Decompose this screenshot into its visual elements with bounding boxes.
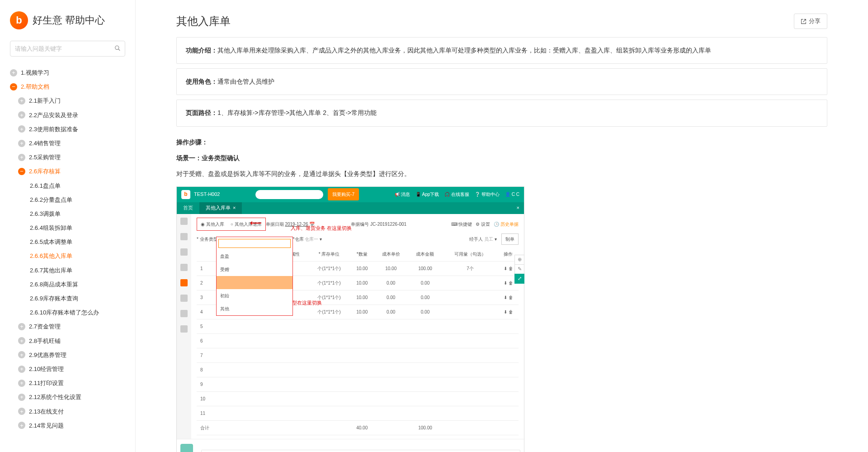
nav-2-11[interactable]: +2.11打印设置 [10, 376, 125, 390]
path-box: 页面路径：1、库存核算->库存管理->其他入库单 2、首页->常用功能 [176, 100, 827, 126]
nav-2-6-7[interactable]: 2.6.7其他出库单 [10, 263, 125, 277]
plus-icon: + [18, 111, 25, 119]
shot-toolbar: ⌨ 快捷键 ⚙ 设置 🕒 历史单据 [451, 219, 519, 229]
plus-icon: + [18, 337, 25, 344]
shot-service: 🎧 在线客服 [444, 190, 469, 199]
shot-app: 📱 App下载 [415, 190, 439, 199]
nav-2-3[interactable]: +2.3使用前数据准备 [10, 122, 125, 136]
logo-icon: b [10, 11, 28, 29]
plus-icon: + [18, 154, 25, 161]
plus-icon: + [18, 323, 25, 330]
share-icon [801, 19, 807, 24]
shot-tab-close: × [512, 203, 524, 213]
sidebar: b 好生意 帮助中心 +1.视频学习 −2.帮助文档 +2.1新手入门 +2.2… [0, 0, 136, 452]
brand-text: 好生意 帮助中心 [33, 14, 105, 27]
nav-2-6-8[interactable]: 2.6.8商品成本重算 [10, 277, 125, 291]
nav-2-6-4[interactable]: 2.6.4组装拆卸单 [10, 221, 125, 235]
article-body: 操作步骤： 场景一：业务类型确认 对于受赠、盘盈或是拆装入库等不同的业务，是通过… [176, 136, 827, 452]
shot-topbar: b TEST-H002 我要购买-7 📢 消息 📱 App下载 🎧 在线客服 ❔… [177, 187, 524, 202]
intro-box: 功能介绍：其他入库单用来处理除采购入库、产成品入库之外的其他入库业务，因此其他入… [176, 37, 827, 64]
nav-2-6-2[interactable]: 2.6.2分量盘点单 [10, 193, 125, 207]
shot-tenant: TEST-H002 [194, 189, 220, 200]
svg-point-0 [115, 46, 119, 49]
shot-msg: 📢 消息 [395, 190, 410, 199]
role-box: 使用角色：通常由仓管人员维护 [176, 68, 827, 95]
plus-icon: + [18, 394, 25, 401]
nav-2-6-6[interactable]: 2.6.6其他入库单 [10, 249, 125, 263]
nav-2-10[interactable]: +2.10经营管理 [10, 362, 125, 376]
sidetool-icon: ✎ [514, 264, 524, 274]
shot-nav-icon [180, 279, 188, 286]
shot-nav-icon [180, 295, 188, 302]
nav-2-1[interactable]: +2.1新手入门 [10, 94, 125, 108]
nav-docs[interactable]: −2.帮助文档 [10, 80, 125, 94]
shot-trial-btn: 我要购买-7 [328, 188, 359, 200]
shot-make-btn: 制单 [501, 233, 519, 245]
red-annotation-1: 入库、退货业务 在这里切换 [291, 223, 352, 233]
plus-icon: + [18, 408, 25, 415]
shot-logo-icon: b [181, 190, 190, 199]
minus-icon: − [18, 168, 25, 175]
shot-radio-in: ◉ 其他入库 [201, 219, 224, 229]
plus-icon: + [18, 351, 25, 358]
search-box [10, 41, 125, 57]
shot-memo-row: 备注信息 [177, 439, 524, 452]
nav-2-6-3[interactable]: 2.6.3调拨单 [10, 207, 125, 221]
shot-biztype-dropdown: 盘盈 受赠 初始 其他 [216, 237, 293, 316]
shot-tabs: 首页 其他入库单× × [177, 202, 524, 214]
shot-nav-icon [180, 248, 188, 256]
shot-memo-input [201, 450, 520, 452]
shot-tab-doc: 其他入库单× [199, 202, 242, 214]
nav-2-6-1[interactable]: 2.6.1盘点单 [10, 179, 125, 193]
nav-2-6-10[interactable]: 2.6.10库存账本错了怎么办 [10, 305, 125, 319]
red-arrow-icon: ⟵ [250, 215, 262, 232]
plus-icon: + [18, 422, 25, 429]
plus-icon: + [18, 366, 25, 373]
plus-icon: + [18, 380, 25, 387]
nav-2-6[interactable]: −2.6库存核算 [10, 164, 125, 178]
svg-line-1 [118, 49, 120, 51]
minus-icon: − [10, 83, 17, 90]
shot-nav-icon [180, 310, 188, 317]
shot-side-tools: ⊕ ✎ ⤢ [514, 255, 524, 283]
nav-2-6-9[interactable]: 2.6.9库存账本查询 [10, 291, 125, 305]
shot-tab-home: 首页 [177, 202, 199, 214]
nav-2-4[interactable]: +2.4销售管理 [10, 136, 125, 150]
nav-2-12[interactable]: +2.12系统个性化设置 [10, 390, 125, 404]
search-icon[interactable] [114, 45, 121, 52]
nav-2-2[interactable]: +2.2产品安装及登录 [10, 108, 125, 122]
scene1-text: 对于受赠、盘盈或是拆装入库等不同的业务，是通过单据头【业务类型】进行区分。 [176, 167, 827, 181]
main-content: 其他入库单 分享 功能介绍：其他入库单用来处理除采购入库、产成品入库之外的其他入… [136, 0, 868, 452]
shot-docno: 单据编号 JC-20191226-001 [351, 219, 406, 229]
search-input[interactable] [10, 41, 125, 57]
share-button[interactable]: 分享 [794, 14, 827, 29]
plus-icon: + [10, 69, 17, 76]
nav-2-8[interactable]: +2.8手机旺铺 [10, 334, 125, 348]
sidetool-icon: ⤢ [514, 274, 524, 284]
shot-search [255, 190, 323, 199]
sidetool-icon: ⊕ [514, 255, 524, 265]
shot-nav-icon [180, 264, 188, 271]
nav-2-5[interactable]: +2.5采购管理 [10, 150, 125, 164]
shot-leftnav [177, 214, 191, 439]
page-title: 其他入库单 [176, 14, 231, 29]
nav-tree: +1.视频学习 −2.帮助文档 +2.1新手入门 +2.2产品安装及登录 +2.… [10, 66, 125, 433]
nav-2-13[interactable]: +2.13在线支付 [10, 404, 125, 419]
shot-help: ❔ 帮助中心 [475, 190, 500, 199]
nav-2-7[interactable]: +2.7资金管理 [10, 319, 125, 333]
shot-nav-icon [180, 218, 188, 225]
scene1-label: 场景一：业务类型确认 [176, 154, 240, 162]
nav-video[interactable]: +1.视频学习 [10, 66, 125, 80]
plus-icon: + [18, 140, 25, 147]
nav-2-6-5[interactable]: 2.6.5成本调整单 [10, 235, 125, 249]
shot-user: 👤 C C [505, 190, 519, 199]
shot-nav-icon [180, 325, 188, 333]
screenshot-1: b TEST-H002 我要购买-7 📢 消息 📱 App下载 🎧 在线客服 ❔… [176, 186, 827, 452]
steps-label: 操作步骤： [176, 138, 208, 146]
plus-icon: + [18, 97, 25, 105]
nav-2-9[interactable]: +2.9优惠券管理 [10, 348, 125, 362]
memo-icon [180, 444, 193, 452]
shot-nav-icon [180, 233, 188, 240]
plus-icon: + [18, 125, 25, 133]
nav-2-14[interactable]: +2.14常见问题 [10, 419, 125, 433]
